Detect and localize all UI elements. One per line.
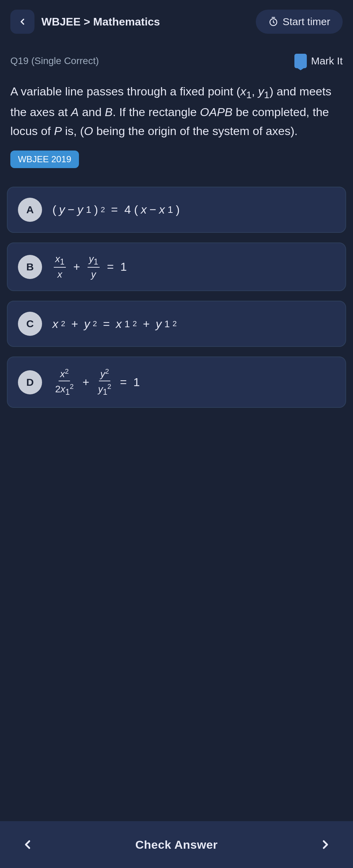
start-timer-button[interactable]: Start timer [256,10,343,34]
back-button[interactable] [10,10,34,34]
option-b[interactable]: B x1 x + y1 y = 1 [7,242,346,291]
option-a-math: (y − y1)2 = 4 (x − x1) [52,203,180,216]
frac-x1-x: x1 x [54,254,66,280]
header: WBJEE > Mathematics Start timer [0,0,353,43]
year-tag: WBJEE 2019 [10,151,79,168]
option-d-math: x2 2x12 + y2 y12 = 1 [52,368,140,396]
frac-y1-y: y1 y [88,254,100,280]
option-c-math: x2 + y2 = x12 + y12 [52,317,177,331]
bookmark-icon [294,54,307,68]
check-answer-button[interactable]: Check Answer [135,838,218,851]
tag-container: WBJEE 2019 [0,144,353,182]
option-b-math: x1 x + y1 y = 1 [52,254,127,280]
question-meta: Q19 (Single Correct) Mark It [0,47,353,75]
question-type-label: Q19 (Single Correct) [10,55,99,66]
option-d[interactable]: D x2 2x12 + y2 y12 = 1 [7,356,346,407]
option-a-label: A [18,198,42,222]
prev-button[interactable] [14,831,41,858]
option-c-label: C [18,312,42,336]
mark-it-label: Mark It [311,55,343,67]
options-container: A (y − y1)2 = 4 (x − x1) B x1 x + y1 y =… [0,182,353,617]
next-button[interactable] [312,831,339,858]
question-body: A variable line passes through a fixed p… [0,75,353,144]
option-d-label: D [18,370,42,394]
breadcrumb: WBJEE > Mathematics [41,16,249,28]
frac-y2-y1: y2 y12 [97,368,112,396]
bottom-navigation: Check Answer [0,821,353,868]
start-timer-label: Start timer [283,16,330,28]
option-a[interactable]: A (y − y1)2 = 4 (x − x1) [7,187,346,233]
option-b-label: B [18,255,42,279]
option-c[interactable]: C x2 + y2 = x12 + y12 [7,301,346,347]
mark-it-button[interactable]: Mark It [294,54,343,68]
frac-x2-2x1: x2 2x12 [54,368,75,396]
